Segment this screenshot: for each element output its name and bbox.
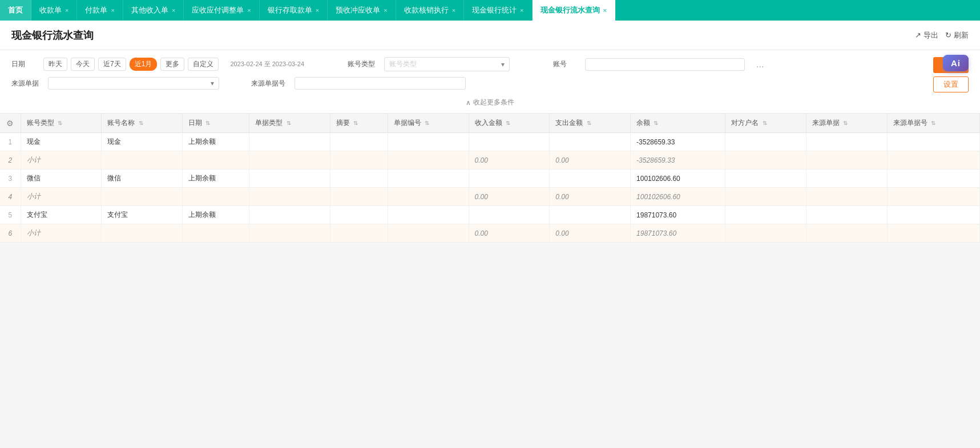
cell-counterpart	[725, 151, 806, 169]
sort-source-doc-icon[interactable]: ⇅	[843, 120, 848, 126]
cell-account-type: 小计	[21, 224, 102, 243]
cell-account-name: 现金	[102, 133, 183, 151]
sort-doc-type-icon[interactable]: ⇅	[287, 120, 291, 126]
cell-date: 上期余额	[182, 133, 249, 151]
date-btn-today[interactable]: 今天	[71, 58, 95, 71]
close-tab-bank-deposit-icon[interactable]: ×	[316, 7, 319, 14]
close-tab-fukuan-icon[interactable]: ×	[111, 7, 114, 14]
table-body: 1现金现金上期余额-3528659.332小计0.000.00-3528659.…	[0, 133, 980, 243]
close-tab-shoukuan-icon[interactable]: ×	[65, 7, 68, 14]
nav-tab-pre-collect[interactable]: 预收冲应收单 ×	[328, 0, 396, 21]
nav-tab-bank-deposit[interactable]: 银行存取款单 ×	[260, 0, 328, 21]
col-doc-no: 单据编号 ⇅	[388, 114, 469, 133]
nav-tab-adjustment[interactable]: 应收应付调整单 ×	[184, 0, 259, 21]
cell-account-type: 微信	[21, 169, 102, 188]
nav-tab-verification[interactable]: 收款核销执行 ×	[396, 0, 464, 21]
cell-source-doc-no	[887, 169, 979, 188]
ai-badge[interactable]: Ai	[943, 55, 969, 71]
more-options-icon[interactable]: ...	[754, 59, 766, 70]
cell-income	[469, 206, 550, 224]
cell-doc-type	[249, 188, 330, 206]
account-type-select[interactable]: 账号类型 ▾	[384, 57, 510, 71]
close-tab-bank-flow-icon[interactable]: ×	[603, 7, 607, 14]
table-header-row: ⚙ 账号类型 ⇅ 账号名称 ⇅ 日期 ⇅ 单据类型 ⇅	[0, 114, 980, 133]
col-summary: 摘要 ⇅	[330, 114, 388, 133]
col-date: 日期 ⇅	[182, 114, 249, 133]
account-input[interactable]	[585, 58, 745, 71]
cell-expense: 0.00	[550, 188, 631, 206]
sort-account-name-icon[interactable]: ⇅	[139, 120, 143, 126]
nav-tab-bank-stats[interactable]: 现金银行统计 ×	[464, 0, 532, 21]
cell-summary	[330, 169, 388, 188]
date-btn-custom[interactable]: 自定义	[188, 58, 219, 71]
cell-income: 0.00	[469, 224, 550, 243]
source-doc-select[interactable]: ▾	[48, 77, 219, 90]
cell-counterpart	[725, 206, 806, 224]
cell-source-doc-no	[887, 188, 979, 206]
source-doc-no-input[interactable]	[295, 77, 466, 90]
cell-doc-no	[388, 188, 469, 206]
cell-source-doc	[806, 224, 887, 243]
sort-date-icon[interactable]: ⇅	[205, 120, 210, 126]
col-balance: 余额 ⇅	[631, 114, 725, 133]
date-btn-more[interactable]: 更多	[160, 58, 184, 71]
cell-date	[182, 224, 249, 243]
cell-counterpart	[725, 224, 806, 243]
sort-doc-no-icon[interactable]: ⇅	[425, 120, 429, 126]
sort-summary-icon[interactable]: ⇅	[353, 120, 358, 126]
close-tab-other-income-icon[interactable]: ×	[172, 7, 175, 14]
cell-source-doc	[806, 188, 887, 206]
export-button[interactable]: ↗ 导出	[915, 30, 938, 41]
row-number: 2	[0, 151, 21, 169]
cell-income	[469, 169, 550, 188]
cell-summary	[330, 188, 388, 206]
col-settings[interactable]: ⚙	[0, 114, 21, 133]
cell-source-doc-no	[887, 206, 979, 224]
table-row: 3微信微信上期余额100102606.60	[0, 169, 980, 188]
chevron-down-icon: ▾	[501, 60, 505, 68]
cell-counterpart	[725, 133, 806, 151]
nav-tab-shoukuan[interactable]: 收款单 ×	[31, 0, 77, 21]
sort-source-doc-no-icon[interactable]: ⇅	[931, 120, 935, 126]
close-tab-adjustment-icon[interactable]: ×	[247, 7, 251, 14]
close-tab-verification-icon[interactable]: ×	[452, 7, 455, 14]
date-btn-1month[interactable]: 近1月	[130, 58, 158, 71]
date-btn-7days[interactable]: 近7天	[98, 58, 126, 71]
collapse-filters-row[interactable]: ∧ 收起更多条件	[11, 95, 969, 108]
close-tab-pre-collect-icon[interactable]: ×	[384, 7, 387, 14]
col-income: 收入金额 ⇅	[469, 114, 550, 133]
close-tab-bank-stats-icon[interactable]: ×	[520, 7, 523, 14]
cell-doc-type	[249, 151, 330, 169]
sort-income-icon[interactable]: ⇅	[506, 120, 510, 126]
nav-tab-fukuan[interactable]: 付款单 ×	[77, 0, 123, 21]
filter-row-source: 来源单据 ▾ 来源单据号	[11, 77, 933, 90]
cell-account-name	[102, 224, 183, 243]
cell-date: 上期余额	[182, 206, 249, 224]
cell-balance: 100102606.60	[631, 169, 725, 188]
nav-home[interactable]: 首页	[0, 0, 31, 21]
nav-tab-bank-flow[interactable]: 现金银行流水查询 ×	[533, 0, 615, 21]
cell-expense: 0.00	[550, 151, 631, 169]
settings-button[interactable]: 设置	[933, 76, 969, 92]
date-btn-yesterday[interactable]: 昨天	[43, 58, 67, 71]
cell-balance: -3528659.33	[631, 151, 725, 169]
sort-balance-icon[interactable]: ⇅	[654, 120, 658, 126]
cell-source-doc-no	[887, 224, 979, 243]
cell-account-name: 微信	[102, 169, 183, 188]
table-settings-icon[interactable]: ⚙	[6, 119, 14, 128]
cell-source-doc-no	[887, 133, 979, 151]
sort-counterpart-icon[interactable]: ⇅	[763, 120, 767, 126]
nav-tab-other-income[interactable]: 其他收入单 ×	[123, 0, 184, 21]
refresh-button[interactable]: ↻ 刷新	[945, 30, 969, 41]
cell-summary	[330, 133, 388, 151]
cell-expense	[550, 206, 631, 224]
sort-expense-icon[interactable]: ⇅	[587, 120, 591, 126]
cell-income: 0.00	[469, 188, 550, 206]
top-navigation: 首页 收款单 × 付款单 × 其他收入单 × 应收应付调整单 × 银行存取款单 …	[0, 0, 980, 21]
sort-account-type-icon[interactable]: ⇅	[58, 120, 62, 126]
filter-area: 日期 昨天 今天 近7天 近1月 更多 自定义 2023-02-24 至 202…	[0, 50, 980, 114]
col-source-doc: 来源单据 ⇅	[806, 114, 887, 133]
cell-date	[182, 151, 249, 169]
table-row: 4小计0.000.00100102606.60	[0, 188, 980, 206]
cell-expense: 0.00	[550, 224, 631, 243]
